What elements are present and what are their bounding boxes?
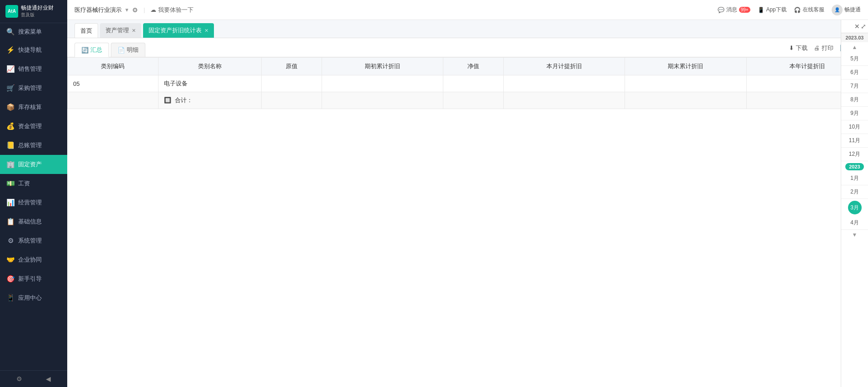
total-empty — [68, 92, 159, 109]
sidebar-item-search[interactable]: 🔍 搜索菜单 — [0, 23, 67, 40]
sidebar-item-label: 应用中心 — [18, 294, 42, 302]
sub-tab-summary[interactable]: 🔄 汇总 — [74, 43, 109, 57]
sidebar-item-guide[interactable]: 🎯 新手引导 — [0, 269, 67, 288]
tab-asset-mgmt-label: 资产管理 — [105, 26, 129, 35]
sub-tab-detail[interactable]: 📄 明细 — [111, 43, 145, 57]
sidebar-item-finance[interactable]: 💰 资金管理 — [0, 117, 67, 136]
company-dropdown-icon[interactable]: ▾ — [125, 6, 129, 13]
date-month-5[interactable]: 5月 — [841, 52, 868, 66]
tab-depreciation-close[interactable]: ✕ — [204, 28, 208, 34]
tab-home[interactable]: 首页 — [74, 23, 98, 38]
sidebar-item-ledger[interactable]: 📒 总账管理 — [0, 136, 67, 155]
system-icon: ⚙ — [6, 237, 15, 245]
message-icon: 💬 — [718, 7, 724, 13]
sidebar-item-label: 采购管理 — [18, 84, 42, 92]
date-month-2[interactable]: 2月 — [841, 185, 868, 199]
date-month-8[interactable]: 8月 — [841, 93, 868, 107]
date-month-6[interactable]: 6月 — [841, 66, 868, 79]
sidebar-item-basicinfo[interactable]: 📋 基础信息 — [0, 212, 67, 231]
date-month-12[interactable]: 12月 — [841, 148, 868, 161]
header-left: 医疗器械行业演示 ▾ ⚙ | ☁ 我要体验一下 — [74, 6, 193, 14]
cell-initial-dep — [322, 75, 443, 92]
col-header-ending-dep: 期末累计折旧 — [625, 58, 746, 75]
header-settings-button[interactable]: ⚙ — [132, 6, 138, 14]
message-button[interactable]: 💬 消息 99+ — [718, 6, 750, 14]
operations-icon: 📊 — [6, 198, 15, 207]
table-container: 类别编码 类别名称 原值 期初累计折旧 净值 本月计提折旧 期末累计折旧 本年计… — [67, 57, 868, 387]
basicinfo-icon: 📋 — [6, 218, 15, 226]
sidebar-item-salary[interactable]: 💵 工资 — [0, 174, 67, 193]
date-panel: ✕ ⤢ 2023.03 ▲ 5月 6月 7月 8月 9月 10月 11月 12月… — [841, 20, 868, 387]
date-month-10[interactable]: 10月 — [841, 120, 868, 134]
date-month-11[interactable]: 11月 — [841, 134, 868, 148]
top-header: 医疗器械行业演示 ▾ ⚙ | ☁ 我要体验一下 💬 消息 99+ 📱 App下载… — [67, 0, 868, 20]
summary-icon: 🔄 — [81, 47, 89, 54]
col-header-original: 原值 — [262, 58, 322, 75]
date-month-4[interactable]: 4月 — [841, 216, 868, 230]
tab-asset-mgmt-close[interactable]: ✕ — [132, 28, 136, 34]
finance-icon: 💰 — [6, 122, 15, 130]
col-header-initial-dep: 期初累计折旧 — [322, 58, 443, 75]
message-label: 消息 — [726, 6, 737, 14]
tab-asset-mgmt[interactable]: 资产管理 ✕ — [100, 23, 141, 38]
sidebar-item-sales[interactable]: 📈 销售管理 — [0, 60, 67, 79]
user-avatar: 👤 — [832, 5, 843, 15]
date-panel-header: ✕ ⤢ — [841, 20, 868, 33]
sidebar-footer: ⚙ ◀ — [0, 370, 67, 387]
sidebar-item-operations[interactable]: 📊 经营管理 — [0, 193, 67, 212]
cloud-icon: ☁ — [150, 6, 156, 13]
date-month-1[interactable]: 1月 — [841, 172, 868, 185]
divider: | — [144, 6, 145, 13]
sub-tab-summary-label: 汇总 — [90, 46, 102, 54]
sidebar-item-fixedasset[interactable]: 🏢 固定资产 — [0, 155, 67, 174]
sidebar-item-inventory[interactable]: 📦 库存核算 — [0, 98, 67, 117]
date-month-3-active[interactable]: 3月 — [848, 201, 862, 214]
appcenter-icon: 📱 — [6, 294, 15, 302]
total-ending-dep — [625, 92, 746, 109]
total-initial-dep — [322, 92, 443, 109]
sidebar-item-purchase[interactable]: 🛒 采购管理 — [0, 79, 67, 98]
sidebar-item-enterprise[interactable]: 🤝 企业协同 — [0, 250, 67, 269]
sidebar-item-appcenter[interactable]: 📱 应用中心 — [0, 288, 67, 308]
scroll-up-button[interactable]: ▲ — [841, 42, 868, 52]
collapse-button[interactable]: ◀ — [46, 375, 51, 382]
tab-bar: 首页 资产管理 ✕ 固定资产折旧统计表 ✕ — [67, 20, 868, 38]
experience-button[interactable]: ☁ 我要体验一下 — [150, 6, 193, 14]
scroll-down-button[interactable]: ▼ — [841, 230, 868, 240]
sidebar-item-label: 新手引导 — [18, 275, 42, 283]
print-button[interactable]: 🖨 打印 — [814, 44, 833, 52]
purchase-icon: 🛒 — [6, 84, 15, 92]
sidebar-item-system[interactable]: ⚙ 系统管理 — [0, 231, 67, 250]
sidebar-item-label: 企业协同 — [18, 256, 42, 264]
enterprise-icon: 🤝 — [6, 256, 15, 264]
sidebar: AtA 畅捷通好业财 普及版 🔍 搜索菜单 ⚡ 快捷导航 📈 销售管理 🛒 采购… — [0, 0, 67, 387]
settings-button[interactable]: ⚙ — [16, 375, 22, 382]
date-panel-months: 2023.03 ▲ 5月 6月 7月 8月 9月 10月 11月 12月 202… — [841, 33, 868, 387]
app-version: 普及版 — [21, 12, 54, 18]
cell-net — [443, 75, 503, 92]
user-menu[interactable]: 👤 畅捷通 — [832, 5, 861, 15]
inventory-icon: 📦 — [6, 103, 15, 111]
download-button[interactable]: 📱 App下载 — [758, 6, 787, 14]
date-month-7[interactable]: 7月 — [841, 79, 868, 93]
download-arrow-icon: ⬇ — [789, 45, 794, 51]
download-label: 下载 — [796, 44, 808, 52]
detail-icon: 📄 — [118, 47, 125, 54]
sub-tabs: 🔄 汇总 📄 明细 ⬇ 下载 🖨 打印 🔄 — [67, 38, 868, 57]
sidebar-item-label: 经营管理 — [18, 198, 42, 207]
tab-depreciation[interactable]: 固定资产折旧统计表 ✕ — [143, 23, 214, 38]
download-button[interactable]: ⬇ 下载 — [789, 44, 808, 52]
app-logo: AtA 畅捷通好业财 普及版 — [0, 0, 67, 23]
service-button[interactable]: 🎧 在线客服 — [794, 6, 824, 14]
cell-ending-dep — [625, 75, 746, 92]
date-panel-expand-button[interactable]: ⤢ — [861, 23, 866, 30]
date-month-9[interactable]: 9月 — [841, 107, 868, 120]
sidebar-item-label: 工资 — [18, 179, 30, 188]
download-icon: 📱 — [758, 7, 764, 13]
date-panel-close-button[interactable]: ✕ — [854, 23, 860, 30]
sidebar-item-quicknav[interactable]: ⚡ 快捷导航 — [0, 40, 67, 60]
sidebar-item-label: 快捷导航 — [18, 46, 42, 54]
col-header-net: 净值 — [443, 58, 503, 75]
date-year-header: 2023.03 — [841, 33, 868, 42]
col-header-name: 类别名称 — [158, 58, 262, 75]
